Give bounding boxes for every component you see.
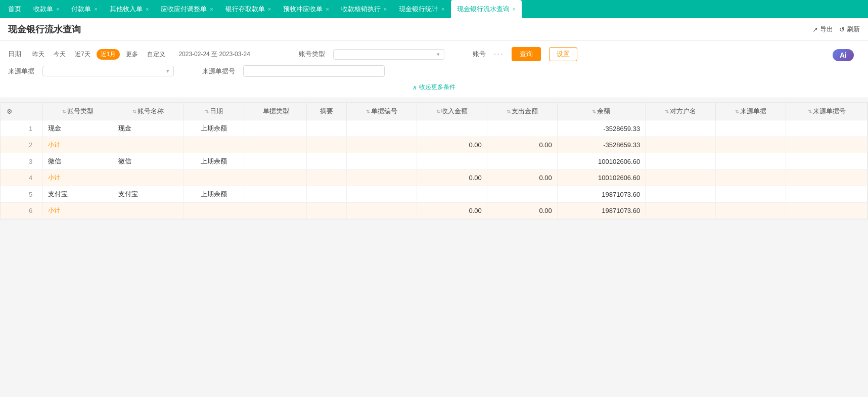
date-btn-yesterday[interactable]: 昨天 — [29, 49, 48, 60]
cell-num: 5 — [19, 186, 42, 203]
nav-payment-label: 付款单 — [71, 0, 91, 18]
cell-doc-type — [245, 137, 306, 153]
date-range-display: 2023-02-24 至 2023-03-24 — [178, 50, 250, 59]
cell-source-doc — [716, 153, 786, 170]
cell-counterpart — [646, 153, 716, 170]
sort-arrows-source-doc-no: ⇅ — [808, 109, 812, 114]
cell-doc-no — [346, 203, 417, 219]
cell-settings — [1, 203, 19, 219]
col-balance[interactable]: ⇅余额 — [557, 103, 645, 120]
cell-account-name: 微信 — [113, 153, 183, 170]
filter-row-1: 日期 昨天 今天 近7天 近1月 更多 自定义 2023-02-24 至 202… — [8, 47, 860, 61]
col-source-doc-no[interactable]: ⇅来源单据号 — [786, 103, 867, 120]
account-type-arrow-icon: ▾ — [437, 51, 440, 58]
col-source-doc[interactable]: ⇅来源单据 — [716, 103, 786, 120]
refresh-icon: ↺ — [839, 26, 845, 33]
cell-num: 2 — [19, 137, 42, 153]
cell-date: 上期余额 — [183, 120, 245, 137]
cell-income — [417, 153, 487, 170]
nav-bank-deposit[interactable]: 银行存取款单 × — [219, 0, 277, 18]
nav-ar-ap-adjust[interactable]: 应收应付调整单 × — [155, 0, 219, 18]
nav-payment-close[interactable]: × — [94, 0, 97, 18]
cell-source-doc-no — [786, 170, 867, 186]
account-no-dots[interactable]: ··· — [494, 50, 504, 59]
nav-home[interactable]: 首页 — [2, 0, 27, 18]
nav-receipt-close[interactable]: × — [56, 0, 59, 18]
col-account-name[interactable]: ⇅账号名称 — [113, 103, 183, 120]
cell-source-doc-no — [786, 153, 867, 170]
cell-source-doc-no — [786, 186, 867, 203]
cell-date: 上期余额 — [183, 153, 245, 170]
nav-prepay-offset-close[interactable]: × — [326, 0, 329, 18]
cell-counterpart — [646, 170, 716, 186]
nav-cash-bank-stats-close[interactable]: × — [441, 0, 444, 18]
query-button[interactable]: 查询 — [512, 47, 541, 61]
date-btn-today[interactable]: 今天 — [51, 49, 69, 60]
nav-receipt[interactable]: 收款单 × — [27, 0, 65, 18]
date-btn-1month[interactable]: 近1月 — [97, 49, 120, 60]
cell-source-doc — [716, 120, 786, 137]
col-date[interactable]: ⇅日期 — [183, 103, 245, 120]
col-account-type[interactable]: ⇅账号类型 — [42, 103, 113, 120]
collapse-label: 收起更多条件 — [419, 83, 455, 92]
cell-balance: 100102606.60 — [557, 170, 645, 186]
col-income[interactable]: ⇅收入金额 — [417, 103, 487, 120]
cell-income — [417, 120, 487, 137]
nav-other-income[interactable]: 其他收入单 × — [104, 0, 155, 18]
cell-account-name — [113, 170, 183, 186]
cell-income — [417, 186, 487, 203]
refresh-button[interactable]: ↺ 刷新 — [839, 25, 860, 34]
nav-ar-ap-adjust-label: 应收应付调整单 — [161, 0, 207, 18]
col-doc-no[interactable]: ⇅单据编号 — [346, 103, 417, 120]
col-settings[interactable]: ⚙ — [1, 103, 19, 120]
cell-summary — [307, 153, 347, 170]
nav-bank-deposit-close[interactable]: × — [268, 0, 271, 18]
nav-receipt-exec-label: 收款核销执行 — [341, 0, 381, 18]
date-btn-7days[interactable]: 近7天 — [72, 49, 94, 60]
nav-receipt-exec-close[interactable]: × — [384, 0, 387, 18]
account-type-select[interactable]: ▾ — [333, 49, 444, 60]
cell-balance: -3528659.33 — [557, 120, 645, 137]
cell-expense — [487, 120, 557, 137]
source-doc-no-input[interactable] — [243, 65, 385, 77]
cell-expense: 0.00 — [487, 203, 557, 219]
ai-button[interactable]: Ai — [833, 49, 854, 61]
cell-num: 4 — [19, 170, 42, 186]
nav-payment[interactable]: 付款单 × — [65, 0, 103, 18]
sort-arrows-balance: ⇅ — [592, 109, 596, 114]
nav-cash-bank-flow-close[interactable]: × — [513, 0, 516, 18]
source-doc-select[interactable]: ▾ — [42, 66, 174, 76]
source-doc-label: 来源单据 — [8, 67, 34, 76]
sort-arrows-income: ⇅ — [436, 109, 440, 114]
date-btn-custom[interactable]: 自定义 — [144, 49, 168, 60]
date-btn-more[interactable]: 更多 — [123, 49, 141, 60]
cell-balance: 19871073.60 — [557, 203, 645, 219]
sort-arrows-counterpart: ⇅ — [665, 109, 669, 114]
nav-cash-bank-stats[interactable]: 现金银行统计 × — [393, 0, 450, 18]
cell-settings — [1, 170, 19, 186]
nav-cash-bank-flow[interactable]: 现金银行流水查询 × — [451, 0, 522, 18]
cell-expense: 0.00 — [487, 170, 557, 186]
col-expense[interactable]: ⇅支出金额 — [487, 103, 557, 120]
nav-prepay-offset[interactable]: 预收冲应收单 × — [277, 0, 335, 18]
collapse-bar[interactable]: ∧ 收起更多条件 — [8, 81, 860, 92]
cell-source-doc — [716, 137, 786, 153]
date-filter-label: 日期 — [8, 50, 21, 59]
nav-ar-ap-adjust-close[interactable]: × — [210, 0, 213, 18]
export-button[interactable]: ↗ 导出 — [812, 25, 833, 34]
nav-home-label: 首页 — [8, 0, 21, 18]
nav-other-income-close[interactable]: × — [146, 0, 149, 18]
settings-button[interactable]: 设置 — [549, 47, 577, 61]
cell-num: 6 — [19, 203, 42, 219]
nav-receipt-exec[interactable]: 收款核销执行 × — [335, 0, 393, 18]
cell-settings — [1, 137, 19, 153]
cell-income: 0.00 — [417, 203, 487, 219]
cell-source-doc — [716, 186, 786, 203]
col-counterpart[interactable]: ⇅对方户名 — [646, 103, 716, 120]
account-type-label: 账号类型 — [299, 50, 325, 59]
nav-prepay-offset-label: 预收冲应收单 — [283, 0, 323, 18]
cell-counterpart — [646, 186, 716, 203]
cell-account-name — [113, 203, 183, 219]
cell-balance: 19871073.60 — [557, 186, 645, 203]
cell-num: 1 — [19, 120, 42, 137]
